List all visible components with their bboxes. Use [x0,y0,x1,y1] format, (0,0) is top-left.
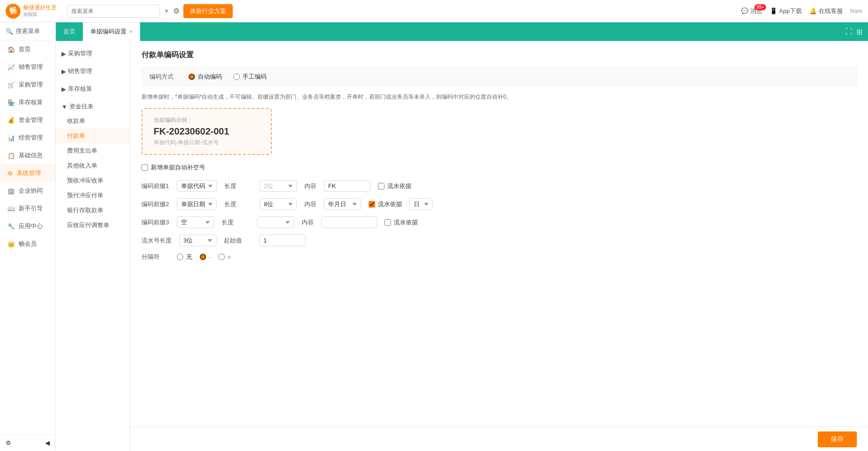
sidebar-item-operations[interactable]: 📊 经营管理 [0,129,55,147]
serial-row: 流水号长度 3位 起始值 [141,235,857,246]
basic-icon: 📋 [7,152,15,159]
sidebar-item-basic[interactable]: 📋 基础信息 [0,147,55,164]
sec-item-bank[interactable]: 银行存取款单 [56,203,130,218]
serial-length-select[interactable]: 3位 [179,235,216,246]
separator-none-label[interactable]: 无 [177,253,192,261]
app-download-button[interactable]: 📱 App下载 [770,7,802,15]
stream-2-checkbox[interactable] [369,201,375,208]
logo-text: 畅捷通好生意 [23,4,57,12]
content-1-label: 内容 [304,182,316,190]
length-2-select[interactable]: 8位 [260,198,297,210]
auto-fill-row: 新增单据自动补空号 [141,163,857,172]
sidebar-item-home[interactable]: 🏠 首页 [0,40,55,58]
separator-circle-radio[interactable] [218,254,225,260]
preview-box: 当前编码示例： FK-20230602-001 单据代码-单据日期-流水号 [141,108,272,155]
stream-3-checkbox[interactable] [384,219,391,226]
manual-coding-radio-label[interactable]: 手工编码 [233,73,267,81]
tabbar: 首页 单据编码设置 × ⛶ ⊞ [56,22,868,41]
prefix-2-select[interactable]: 单据日期 [177,198,217,210]
search-icon: 🔍 [6,28,13,35]
chevron-right-icon3: ▶ [61,86,66,93]
sec-item-adjustment[interactable]: 应收应付调整单 [56,218,130,233]
manual-coding-radio[interactable] [233,74,240,80]
maximize-icon[interactable]: ⊞ [856,27,862,36]
separator-circle-label[interactable]: ○ [218,254,231,261]
home-icon: 🏠 [7,46,15,53]
sidebar-search[interactable]: 🔍 搜索菜单 [0,22,55,40]
description-text: 新增单据时，*单据编码*自动生成，不可编辑。前缀设置为部门、业务员等档案类，开单… [141,93,857,101]
content-1-input[interactable] [324,180,370,192]
message-icon: 💬 [741,7,748,14]
main-content: 付款单编码设置 编码方式 自动编码 手工编码 新增单据时，*单据编码*自动生成，… [130,41,868,451]
serial-length-label: 流水号长度 [141,236,172,245]
separator-dot-radio[interactable] [200,254,206,260]
search-input[interactable] [67,5,160,18]
expand-icon[interactable]: ⛶ [845,27,853,36]
sidebar-settings-icon[interactable]: ⚙ [6,439,11,446]
prefix-3-label: 编码前缀3 [141,218,169,227]
save-button[interactable]: 保存 [818,431,857,447]
member-icon: 👑 [7,241,15,248]
sidebar-item-sales[interactable]: 📈 销售管理 [0,58,55,76]
experience-button[interactable]: 体验行业方案 [183,4,233,18]
sec-item-payment[interactable]: 付款单 [56,128,130,143]
user-info[interactable]: Nare [850,8,862,14]
prefix-3-select[interactable]: 空 [177,216,214,228]
chevron-down-icon: ▼ [61,103,67,110]
auto-fill-checkbox[interactable] [141,164,148,171]
content-3-input[interactable] [321,216,377,228]
stream-1-checkbox[interactable] [378,183,384,189]
serial-start-input[interactable] [259,235,306,246]
tab-home[interactable]: 首页 [56,22,83,41]
settings-icon[interactable]: ⚙ [173,7,180,15]
stream-unit-select[interactable]: 日 [410,198,433,210]
sec-group-sales-header[interactable]: ▶ 销售管理 [56,64,130,78]
sidebar-item-inventory[interactable]: 🏪 库存核算 [0,94,55,111]
preview-code: FK-20230602-001 [154,126,260,137]
chevron-right-icon: ▶ [61,50,66,57]
auto-coding-radio-label[interactable]: 自动编码 [188,73,222,81]
logo-icon: 畅 [6,4,20,19]
sec-item-other-income[interactable]: 其他收入单 [56,158,130,173]
sidebar-collapse-icon[interactable]: ◀ [45,439,50,446]
coding-mode-label: 编码方式 [149,73,177,81]
online-service-button[interactable]: 🔔 在线客服 [809,7,843,15]
logo-sub: 旗舰版 [23,11,57,18]
secondary-sidebar: ▶ 采购管理 ▶ 销售管理 ▶ 库存核算 ▼ 资金往来 收款单 付款单 费用支出… [56,41,130,451]
sidebar-item-guide[interactable]: 📖 新手引导 [0,200,55,217]
separator-dot-label[interactable]: · [200,254,211,261]
auto-fill-label: 新增单据自动补空号 [151,163,205,172]
tab-coding-settings[interactable]: 单据编码设置 × [83,22,140,41]
content-2-select[interactable]: 年月日 [324,198,361,210]
coding-mode-row: 编码方式 自动编码 手工编码 [141,67,857,86]
guide-icon: 📖 [7,205,15,212]
sidebar-item-enterprise[interactable]: 🏢 企业协同 [0,182,55,200]
tab-close-icon[interactable]: × [129,28,133,35]
messages-button[interactable]: 💬 消息 99+ [741,7,762,15]
stream-1-label: 流水依据 [387,182,411,190]
separator-none-radio[interactable] [177,254,183,260]
dropdown-arrow-icon[interactable]: ▼ [164,8,169,14]
sec-item-expense[interactable]: 费用支出单 [56,143,130,158]
sidebar-item-finance[interactable]: 💰 资金管理 [0,111,55,129]
sidebar-bottom: ⚙ ◀ [0,434,55,451]
sales-icon: 📈 [7,64,15,71]
download-icon: 📱 [770,7,777,14]
auto-coding-radio[interactable] [188,74,195,80]
sidebar-item-purchase[interactable]: 🛒 采购管理 [0,76,55,94]
length-1-select[interactable]: 2位 [260,180,297,192]
sidebar-item-apps[interactable]: 🔧 应用中心 [0,217,55,235]
sec-item-prepaid-payable[interactable]: 预付冲应付单 [56,188,130,203]
serial-start-label: 起始值 [224,236,252,245]
sec-item-prepaid-receivable[interactable]: 预收冲应收单 [56,173,130,188]
sec-item-receipt[interactable]: 收款单 [56,114,130,128]
prefix-1-select[interactable]: 单据代码 [177,180,217,192]
sidebar-item-member[interactable]: 👑 畅会员 [0,235,55,253]
sec-group-purchase-header[interactable]: ▶ 采购管理 [56,47,130,61]
sidebar-item-system[interactable]: ⚙ 系统管理 [0,164,55,182]
prefix-row-3: 编码前缀3 空 长度 内容 流水依据 [141,216,857,228]
service-icon: 🔔 [809,7,817,14]
length-3-select[interactable] [257,216,294,228]
sec-group-inventory-header[interactable]: ▶ 库存核算 [56,82,130,96]
sec-group-capital-header[interactable]: ▼ 资金往来 [56,100,130,114]
